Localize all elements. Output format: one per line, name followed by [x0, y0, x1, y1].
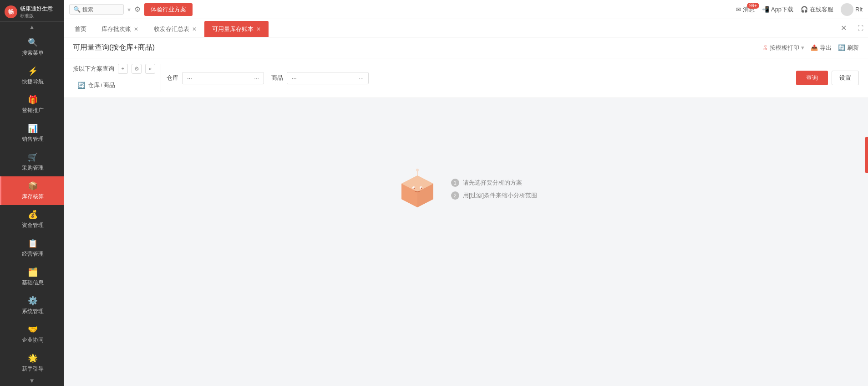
empty-state-illustration	[395, 166, 440, 212]
sidebar-item-enterprise[interactable]: 🤝 企业协同	[0, 320, 64, 349]
sidebar-item-marketing[interactable]: 🎁 营销推广	[0, 90, 64, 119]
sidebar-item-label: 搜索菜单	[22, 49, 44, 57]
filter-actions: 查询 设置	[796, 71, 859, 85]
sidebar-item-inventory[interactable]: 📦 库存核算	[0, 176, 64, 205]
settings-button[interactable]: 设置	[832, 71, 859, 85]
sidebar-header: 畅 畅康通好生意 标准版	[0, 0, 64, 22]
tip-text-2: 用[过滤]条件来缩小分析范围	[463, 191, 537, 200]
search-dropdown-icon[interactable]: ▾	[127, 6, 131, 13]
search-input[interactable]	[82, 6, 119, 13]
sidebar-item-guide[interactable]: 🌟 新手引导	[0, 349, 64, 375]
empty-tip-2: 2 用[过滤]条件来缩小分析范围	[451, 191, 537, 200]
top-bar-actions: ✉ 消息 99+ 📲 App下载 🎧 在线客服 Rit	[736, 3, 863, 16]
product-filter-input[interactable]: ··· ···	[287, 72, 369, 84]
sidebar-scroll-down[interactable]: ▼	[0, 375, 64, 386]
warehouse-filter-input[interactable]: ··· ···	[182, 72, 264, 84]
online-service-action[interactable]: 🎧 在线客服	[801, 5, 833, 14]
star-icon: 🌟	[28, 353, 38, 363]
export-action[interactable]: 📤 导出	[811, 44, 832, 52]
warehouse-input-placeholder: ···	[187, 75, 192, 82]
tip-text-1: 请先选择要分析的方案	[463, 179, 522, 187]
filter-section-title: 按以下方案查询	[73, 65, 114, 73]
page-title: 可用量查询(按仓库+商品)	[73, 43, 155, 52]
add-scheme-button[interactable]: +	[118, 64, 128, 74]
username-label: Rit	[855, 6, 863, 13]
query-button[interactable]: 查询	[796, 71, 828, 85]
sidebar-item-purchase[interactable]: 🛒 采购管理	[0, 148, 64, 176]
filter-row: 仓库 ··· ··· 商品 ··· ···	[167, 71, 859, 85]
app-download-label: App下载	[771, 5, 793, 14]
sidebar-item-operations[interactable]: 📋 经营管理	[0, 234, 64, 262]
tab-home[interactable]: 首页	[64, 21, 94, 37]
export-label: 导出	[820, 44, 832, 52]
search-icon: 🔍	[73, 6, 81, 13]
handshake-icon: 🤝	[28, 324, 38, 335]
empty-state: 1 请先选择要分析的方案 2 用[过滤]条件来缩小分析范围	[395, 166, 537, 212]
sidebar-item-finance[interactable]: 💰 资金管理	[0, 205, 64, 234]
lightning-icon: ⚡	[28, 66, 38, 76]
sidebar-item-label: 销售管理	[22, 135, 44, 143]
mobile-download-icon: 📲	[762, 6, 769, 13]
tabs-close-all-button[interactable]: ✕	[834, 20, 853, 36]
page-header: 可用量查询(按仓库+商品) 🖨 按模板打印 ▾ 📤 导出 🔄 刷新	[64, 37, 868, 58]
sidebar-item-label: 营销推广	[22, 107, 44, 114]
sidebar-item-sales[interactable]: 📊 销售管理	[0, 119, 64, 148]
print-dropdown-icon[interactable]: ▾	[801, 44, 804, 51]
tab-close-available-ledger[interactable]: ✕	[256, 26, 261, 32]
print-action[interactable]: 🖨 按模板打印 ▾	[762, 44, 804, 52]
sidebar-item-label: 经营管理	[22, 250, 44, 258]
warehouse-filter-group: 仓库 ··· ···	[167, 72, 264, 84]
refresh-label: 刷新	[847, 44, 859, 52]
refresh-action[interactable]: 🔄 刷新	[838, 44, 859, 52]
search-icon: 🔍	[28, 37, 38, 47]
sidebar-item-label: 企业协同	[22, 336, 44, 344]
cart-icon: 🛒	[28, 152, 38, 162]
folder-icon: 🗂️	[28, 267, 38, 277]
top-search-box[interactable]: 🔍	[69, 4, 124, 15]
headset-icon: 🎧	[801, 6, 808, 13]
tab-close-receipt-summary[interactable]: ✕	[192, 26, 197, 32]
sidebar-item-shortcut[interactable]: ⚡ 快捷导航	[0, 62, 64, 90]
sidebar-item-label: 库存核算	[22, 193, 44, 201]
tab-close-batch-account[interactable]: ✕	[134, 26, 138, 32]
svg-point-6	[413, 188, 415, 189]
settings-scheme-button[interactable]: ⚙	[132, 64, 142, 74]
settings-gear-icon[interactable]: ⚙	[134, 5, 141, 14]
message-badge: 99+	[747, 3, 759, 9]
sidebar-item-label: 基础信息	[22, 279, 44, 287]
sidebar-item-system[interactable]: ⚙️ 系统管理	[0, 291, 64, 320]
warehouse-more-icon[interactable]: ···	[254, 75, 259, 82]
tabs-expand-button[interactable]: ⛶	[853, 21, 868, 35]
user-avatar-action[interactable]: Rit	[841, 3, 863, 16]
message-action[interactable]: ✉ 消息 99+	[736, 5, 755, 14]
app-download-action[interactable]: 📲 App下载	[762, 5, 793, 14]
filter-header: 按以下方案查询 + ⚙ «	[73, 64, 155, 74]
product-more-icon[interactable]: ···	[359, 75, 364, 82]
empty-content-area: 1 请先选择要分析的方案 2 用[过滤]条件来缩小分析范围	[64, 98, 868, 280]
trial-industry-button[interactable]: 体验行业方案	[144, 3, 193, 16]
online-service-label: 在线客服	[810, 5, 833, 14]
product-filter-group: 商品 ··· ···	[271, 72, 369, 84]
sidebar-item-basic[interactable]: 🗂️ 基础信息	[0, 262, 64, 291]
sidebar-item-label: 资金管理	[22, 221, 44, 229]
collapse-scheme-button[interactable]: «	[145, 64, 155, 74]
product-filter-label: 商品	[271, 74, 283, 82]
page-content: 可用量查询(按仓库+商品) 🖨 按模板打印 ▾ 📤 导出 🔄 刷新	[64, 37, 868, 386]
sidebar-scroll-up[interactable]: ▲	[0, 22, 64, 33]
right-scroll-hint	[865, 137, 868, 173]
sidebar-item-label: 快捷导航	[22, 78, 44, 86]
scheme-warehouse-product[interactable]: 🔄 仓库+商品	[73, 78, 155, 92]
filter-section: 按以下方案查询 + ⚙ « 🔄 仓库+商品	[64, 58, 868, 98]
tab-receipt-summary[interactable]: 收发存汇总表 ✕	[146, 21, 204, 37]
money-icon: 💰	[28, 210, 38, 220]
scheme-label: 仓库+商品	[88, 81, 115, 89]
gear-icon: ⚙️	[28, 296, 38, 306]
refresh-icon: 🔄	[838, 44, 845, 51]
sidebar-item-label: 系统管理	[22, 308, 44, 315]
avatar	[841, 3, 853, 16]
sidebar: 畅 畅康通好生意 标准版 ▲ 🔍 搜索菜单 ⚡ 快捷导航 🎁 营销推广	[0, 0, 64, 386]
box-icon: 📦	[28, 181, 38, 191]
sidebar-item-search[interactable]: 🔍 搜索菜单	[0, 33, 64, 62]
tab-batch-account[interactable]: 库存批次账 ✕	[94, 21, 146, 37]
tab-available-ledger[interactable]: 可用量库存账本 ✕	[204, 21, 269, 37]
